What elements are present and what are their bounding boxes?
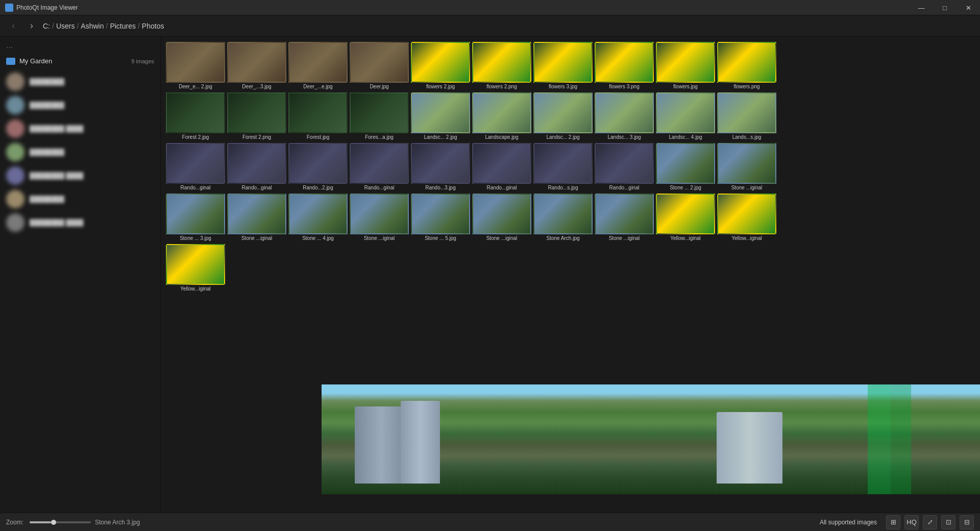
person-item[interactable]: ████████ — [0, 93, 160, 117]
thumbnail-cell[interactable]: Deer.jpg — [350, 42, 409, 90]
thumbnail-cell[interactable]: Rando...s.jpg — [533, 143, 593, 191]
thumbnail-cell[interactable]: Deer_...3.jpg — [227, 42, 286, 90]
thumb-label: Rando...2.jpg — [288, 184, 348, 191]
minimize-button[interactable]: — — [910, 0, 933, 15]
thumb-label: Rando...s.jpg — [533, 184, 593, 191]
thumbnail-cell[interactable]: flowers.jpg — [656, 42, 715, 90]
breadcrumb-users[interactable]: Users — [56, 22, 75, 30]
thumbnail-cell[interactable]: Rando...ginal — [166, 143, 225, 191]
thumbnail-cell[interactable]: flowers 3.png — [595, 42, 654, 90]
thumb-label: Landsc... 4.jpg — [656, 133, 715, 141]
thumbnail-cell[interactable]: Lands...s.jpg — [717, 92, 776, 141]
thumb-label: Yellow...iginal — [656, 234, 715, 242]
thumb-image — [288, 92, 348, 133]
thumbnail-cell[interactable]: Stone ...iginal — [595, 194, 654, 242]
thumb-label: Stone Arch.jpg — [533, 234, 593, 242]
person-item[interactable]: ████████ ████ — [0, 211, 160, 234]
thumbnail-cell[interactable]: Rando...ginal — [595, 143, 654, 191]
thumb-image — [595, 42, 654, 83]
thumb-image — [472, 42, 531, 83]
thumb-label: Stone ... 2.jpg — [656, 184, 715, 191]
thumbnail-cell[interactable]: flowers 3.jpg — [533, 42, 593, 90]
thumbnail-cell[interactable]: Forest 2.png — [227, 92, 286, 141]
thumbnail-cell[interactable]: Stone ...iginal — [350, 194, 409, 242]
thumb-image — [656, 194, 715, 234]
fullscreen-button[interactable]: ⤢ — [923, 515, 937, 529]
thumbnail-cell[interactable]: Stone ...iginal — [472, 194, 531, 242]
avatar — [6, 213, 24, 232]
thumb-image — [166, 143, 225, 184]
layout-button[interactable]: ⊟ — [960, 515, 974, 529]
main-area: ... My Garden 9 images ████████ ████████… — [0, 37, 980, 513]
thumbnail-cell[interactable]: Landscape.jpg — [472, 92, 531, 141]
thumbnail-cell[interactable]: Fores...a.jpg — [350, 92, 409, 141]
thumb-image — [350, 42, 409, 83]
thumbnail-cell[interactable]: Rando...ginal — [227, 143, 286, 191]
zoom-fit-button[interactable]: ⊡ — [941, 515, 955, 529]
thumbnail-cell[interactable]: Stone ... 2.jpg — [656, 143, 715, 191]
thumbnail-cell[interactable]: Rando...ginal — [350, 143, 409, 191]
thumbnail-cell[interactable]: Deer_e... 2.jpg — [166, 42, 225, 90]
thumbnail-cell[interactable]: Yellow...iginal — [656, 194, 715, 242]
thumbnail-cell[interactable]: Forest.jpg — [288, 92, 348, 141]
thumbnail-cell[interactable]: Stone Arch.jpg — [533, 194, 593, 242]
thumbnail-cell[interactable]: Rando...2.jpg — [288, 143, 348, 191]
person-item[interactable]: ████████ ████ — [0, 164, 160, 187]
thumbnail-cell[interactable]: Rando...ginal — [472, 143, 531, 191]
thumbnail-cell[interactable]: flowers 2.png — [472, 42, 531, 90]
person-name: ████████ ████ — [30, 172, 83, 179]
person-name: ████████ ████ — [30, 219, 83, 226]
hq-button[interactable]: HQ — [904, 515, 919, 529]
thumb-image — [656, 92, 715, 133]
thumb-label: Forest 2.jpg — [166, 133, 225, 141]
thumbnail-cell[interactable]: Landsc... 2.jpg — [533, 92, 593, 141]
person-item[interactable]: ████████ — [0, 140, 160, 164]
thumbnail-cell[interactable]: Landsc... 3.jpg — [595, 92, 654, 141]
thumbnail-cell[interactable]: Landsc... 2.jpg — [411, 92, 470, 141]
close-button[interactable]: ✕ — [957, 0, 980, 15]
maximize-button[interactable]: □ — [933, 0, 957, 15]
person-item[interactable]: ████████ — [0, 187, 160, 211]
thumb-image — [227, 92, 286, 133]
breadcrumb-drive[interactable]: C: — [43, 22, 50, 30]
breadcrumb-ashwin[interactable]: Ashwin — [81, 22, 104, 30]
thumbnail-cell[interactable]: Stone ...iginal — [717, 143, 776, 191]
thumbnail-cell[interactable]: Stone ... 5.jpg — [411, 194, 470, 242]
zoom-slider[interactable] — [30, 521, 91, 523]
zoom-label: Zoom: — [6, 519, 23, 526]
thumb-image — [533, 194, 593, 234]
thumb-image — [166, 244, 225, 285]
thumbnail-cell[interactable]: Yellow...iginal — [717, 194, 776, 242]
thumb-label: Stone ... 3.jpg — [166, 234, 225, 242]
thumbnail-cell[interactable]: flowers.png — [717, 42, 776, 90]
thumbnail-cell[interactable]: Stone ...iginal — [227, 194, 286, 242]
sidebar-item-my-garden[interactable]: My Garden 9 images — [0, 54, 160, 68]
thumbnail-cell[interactable]: Yellow...iginal — [166, 244, 225, 293]
grid-view-button[interactable]: ⊞ — [886, 515, 900, 529]
thumb-label: flowers 2.jpg — [411, 83, 470, 90]
thumbnail-cell[interactable]: flowers 2.jpg — [411, 42, 470, 90]
thumb-label: Landsc... 2.jpg — [533, 133, 593, 141]
thumb-image — [288, 143, 348, 184]
folder-label: My Garden — [19, 57, 127, 65]
thumbnail-cell[interactable]: Deer_...e.jpg — [288, 42, 348, 90]
breadcrumb-pictures[interactable]: Pictures — [110, 22, 136, 30]
thumb-label: Stone ...iginal — [350, 234, 409, 242]
person-item[interactable]: ████████ — [0, 70, 160, 93]
thumbnail-cell[interactable]: Rando...3.jpg — [411, 143, 470, 191]
thumb-label: Rando...ginal — [472, 184, 531, 191]
thumb-label: Yellow...iginal — [717, 234, 776, 242]
thumb-label: Stone ... 5.jpg — [411, 234, 470, 242]
forward-button[interactable]: › — [24, 19, 39, 33]
thumbnail-cell[interactable]: Stone ... 3.jpg — [166, 194, 225, 242]
back-button[interactable]: ‹ — [6, 19, 20, 33]
thumbnail-cell[interactable]: Forest 2.jpg — [166, 92, 225, 141]
folder-count: 9 images — [131, 58, 154, 64]
thumb-image — [411, 92, 470, 133]
breadcrumb-photos[interactable]: Photos — [142, 22, 164, 30]
navbar: ‹ › C: / Users / Ashwin / Pictures / Pho… — [0, 15, 980, 37]
person-item[interactable]: ████████ ████ — [0, 117, 160, 140]
thumbnail-cell[interactable]: Stone ... 4.jpg — [288, 194, 348, 242]
thumb-label: Rando...ginal — [166, 184, 225, 191]
thumbnail-cell[interactable]: Landsc... 4.jpg — [656, 92, 715, 141]
